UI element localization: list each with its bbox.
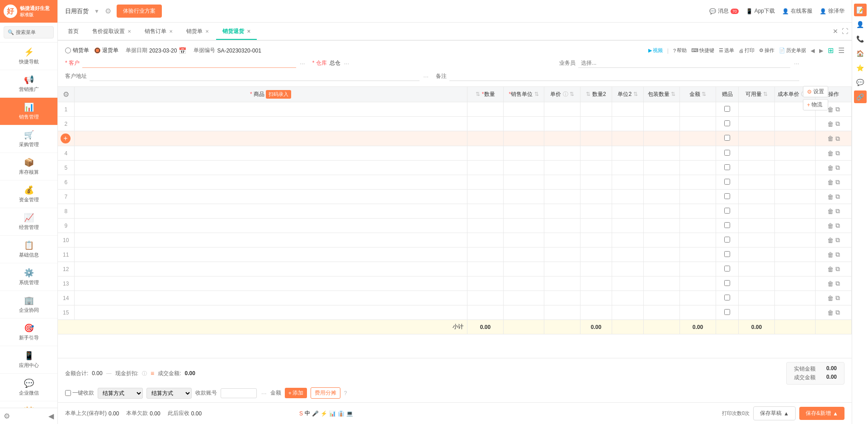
right-panel-btn-7[interactable]: 🔗 — [854, 91, 867, 103]
price-cell-2[interactable] — [544, 117, 580, 131]
search-menu-button[interactable]: 🔍 搜索菜单 — [4, 26, 54, 38]
sidebar-item-operation[interactable]: 📈 经营管理 — [0, 208, 57, 236]
delete-row-11-button[interactable]: 🗑 — [827, 251, 834, 258]
grid-view-button[interactable]: ⊞ — [828, 46, 834, 55]
delete-row-3-button[interactable]: 🗑 — [827, 135, 834, 142]
price-cell-1[interactable] — [544, 102, 580, 117]
warehouse-select-button[interactable]: ··· — [344, 60, 349, 67]
delete-row-7-button[interactable]: 🗑 — [827, 193, 834, 200]
sidebar-item-system[interactable]: ⚙️ 系统管理 — [0, 263, 57, 291]
tab-sales-return-close[interactable]: ✕ — [247, 29, 250, 34]
cash-discount-info-icon[interactable]: ⓘ — [142, 370, 147, 377]
settlement-method-select[interactable]: 结算方式 — [98, 388, 143, 399]
unit2-cell-1[interactable] — [612, 102, 644, 117]
qty-cell-2[interactable] — [467, 117, 504, 131]
copy-row-5-button[interactable]: ⧉ — [835, 164, 840, 172]
delete-row-2-button[interactable]: 🗑 — [827, 120, 834, 128]
copy-row-7-button[interactable]: ⧉ — [835, 193, 840, 200]
sort-icon-unit2[interactable]: ⇅ — [633, 91, 638, 97]
unit2-cell-2[interactable] — [612, 117, 644, 131]
copy-row-13-button[interactable]: ⧉ — [835, 280, 840, 287]
tab-sales-order-close[interactable]: ✕ — [169, 29, 173, 34]
copy-row-14-button[interactable]: ⧉ — [835, 294, 840, 302]
user-profile-item[interactable]: 👤 徐泽华 — [820, 7, 844, 15]
delete-row-13-button[interactable]: 🗑 — [827, 280, 834, 287]
calc-icon[interactable]: ≡ — [151, 370, 154, 377]
app-download-item[interactable]: 📱 App下载 — [746, 7, 775, 15]
pkg-cell-2[interactable] — [644, 117, 680, 131]
gear-icon-header[interactable]: ⚙ — [105, 7, 111, 15]
sort-icon-amount[interactable]: ⇅ — [702, 91, 706, 97]
salesperson-select-button[interactable]: ··· — [794, 60, 799, 67]
gift-cell-3[interactable] — [716, 131, 739, 146]
copy-row-1-button[interactable]: ⧉ — [835, 105, 840, 113]
sort-icon-avail[interactable]: ⇅ — [763, 91, 768, 97]
unit-price-info-icon[interactable]: ⓘ — [563, 91, 568, 97]
amount-cell-2[interactable] — [680, 117, 716, 131]
gift-cell-1[interactable] — [716, 102, 739, 117]
account-input[interactable] — [221, 388, 257, 398]
radio-sale-bill[interactable]: 销货单 — [65, 47, 89, 54]
delete-row-14-button[interactable]: 🗑 — [827, 295, 834, 302]
prev-bill-button[interactable]: ◀ — [811, 48, 815, 54]
shortcut-key-link[interactable]: ⌨ 快捷键 — [691, 47, 714, 54]
sidebar-item-enterprise[interactable]: 🏢 企业协同 — [0, 291, 57, 319]
sidebar-item-shortcut[interactable]: ⚡ 快捷导航 — [0, 43, 57, 70]
delete-row-12-button[interactable]: 🗑 — [827, 266, 834, 273]
copy-row-12-button[interactable]: ⧉ — [835, 265, 840, 273]
unit2-cell-3[interactable] — [612, 131, 644, 146]
cost-cell-2[interactable] — [775, 117, 816, 131]
product-cell-1[interactable] — [74, 102, 467, 117]
settings-bottom-button[interactable]: ⚙ — [4, 412, 10, 420]
online-service-item[interactable]: 👤 在线客服 — [782, 7, 812, 15]
list-view-button[interactable]: ☰ — [838, 46, 844, 55]
copy-row-9-button[interactable]: ⧉ — [835, 222, 840, 229]
copy-row-8-button[interactable]: ⧉ — [835, 207, 840, 215]
sidebar-item-basic[interactable]: 📋 基础信息 — [0, 236, 57, 263]
qty-cell-1[interactable] — [467, 102, 504, 117]
amount-cell-1[interactable] — [680, 102, 716, 117]
right-panel-btn-4[interactable]: 🏠 — [854, 47, 867, 60]
qty-cell-3[interactable] — [467, 131, 504, 146]
video-link[interactable]: ▶ 视频 — [648, 47, 663, 54]
customer-select-button[interactable]: ··· — [300, 60, 305, 67]
product-cell-2[interactable] — [74, 117, 467, 131]
unit-cell-3[interactable] — [504, 131, 544, 146]
scan-input-button[interactable]: 扫码录入 — [266, 90, 291, 99]
table-settings-button[interactable]: ⚙ — [63, 90, 69, 99]
experience-button[interactable]: 体验行业方案 — [117, 5, 162, 18]
cost-cell-3[interactable] — [775, 131, 816, 146]
delete-row-9-button[interactable]: 🗑 — [827, 222, 834, 229]
avail-cell-3[interactable] — [739, 131, 775, 146]
sort-icon[interactable]: ⇅ — [476, 91, 480, 97]
right-panel-btn-5[interactable]: ⭐ — [854, 62, 867, 74]
sidebar-item-purchase[interactable]: 🛒 采购管理 — [0, 125, 57, 153]
customer-input[interactable] — [82, 58, 296, 68]
tab-sales-delivery-close[interactable]: ✕ — [205, 29, 209, 34]
date-picker-button[interactable]: 📅 — [179, 47, 186, 54]
operation-link[interactable]: ⚙ 操作 — [759, 47, 774, 54]
pkg-cell-3[interactable] — [644, 131, 680, 146]
copy-row-4-button[interactable]: ⧉ — [835, 149, 840, 157]
delete-row-10-button[interactable]: 🗑 — [827, 237, 834, 244]
product-cell-3[interactable] — [74, 131, 467, 146]
right-panel-btn-3[interactable]: 📞 — [854, 33, 867, 45]
qty2-cell-1[interactable] — [580, 102, 612, 117]
tab-price-setting-close[interactable]: ✕ — [127, 29, 131, 34]
unit-cell-2[interactable] — [504, 117, 544, 131]
pkg-cell-1[interactable] — [644, 102, 680, 117]
print-link[interactable]: 🖨 打印 — [739, 47, 755, 54]
gift-cell-2[interactable] — [716, 117, 739, 131]
save-draft-button[interactable]: 保存草稿 ▲ — [753, 406, 796, 420]
sidebar-item-sales[interactable]: 📊 销售管理 — [0, 98, 57, 125]
sidebar-item-newbie[interactable]: 🎯 新手引导 — [0, 319, 57, 346]
copy-row-3-button[interactable]: ⧉ — [835, 135, 840, 143]
one-click-payment-check[interactable]: 一键收款 — [65, 389, 94, 397]
unit-cell-1[interactable] — [504, 102, 544, 117]
amount-cell-3[interactable] — [680, 131, 716, 146]
sidebar-item-inventory[interactable]: 📦 库存核算 — [0, 153, 57, 181]
salesperson-input[interactable] — [578, 58, 790, 68]
settings-form-button[interactable]: ⚙ 设置 — [803, 86, 828, 97]
delete-row-8-button[interactable]: 🗑 — [827, 208, 834, 215]
expense-allocation-button[interactable]: 费用分摊 — [311, 387, 340, 399]
